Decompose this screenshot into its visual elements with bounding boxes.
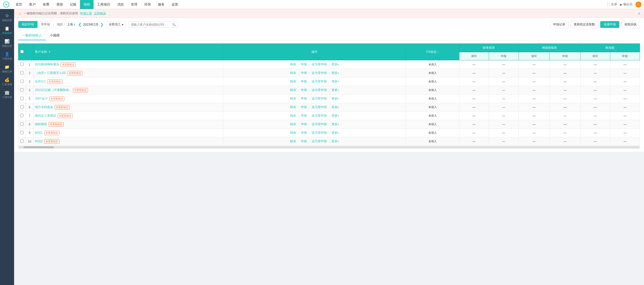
op-declare[interactable]: 申报 (300, 71, 308, 75)
sidebar-item-tax-settings[interactable]: ⚙ 报税设置 (0, 11, 14, 24)
op-declare[interactable]: 申报 (300, 130, 308, 135)
op-tax-form[interactable]: 税表 (289, 62, 297, 67)
op-more[interactable]: 更多▾ (331, 105, 340, 110)
op-tax-form[interactable]: 税表 (289, 139, 297, 144)
customer-name[interactable]: 科目2 (35, 139, 43, 144)
period-prev-button[interactable]: ❮ (78, 22, 82, 27)
customer-name[interactable]: 2013日记账（不要删除啥... (35, 88, 71, 92)
ca-status-sort-icon[interactable]: ○ (437, 51, 439, 53)
info-icon[interactable]: ℹ (74, 23, 75, 26)
op-tax-form[interactable]: 税表 (289, 96, 297, 101)
op-declare[interactable]: 申报 (300, 113, 308, 118)
nav-item-business[interactable]: 工商项目 (94, 0, 114, 9)
sidebar-item-batch-tax[interactable]: 📋 批量报税 (0, 24, 14, 37)
row-checkbox[interactable] (20, 71, 24, 74)
customer-name[interactable]: 杨仙女工资测试 (35, 114, 56, 118)
op-more[interactable]: 更多▾ (331, 96, 340, 101)
member-button[interactable]: ▶ 畅会员 (620, 2, 632, 7)
op-more[interactable]: 更多▾ (331, 113, 340, 118)
op-declare[interactable]: 申报 (300, 139, 308, 144)
declare-record-button[interactable]: 申报记录 (550, 21, 569, 28)
row-checkbox[interactable] (20, 139, 24, 143)
row-checkbox[interactable] (20, 63, 24, 66)
nav-item-tax[interactable]: 报税 (80, 0, 94, 9)
sub-tab-general[interactable]: 一般的纳税人 (18, 31, 46, 40)
batch-declare-button[interactable]: 批量申报 (600, 21, 619, 28)
staff-select[interactable]: 全部员工 ▾ (106, 21, 126, 28)
nav-item-home[interactable]: 首页 (12, 0, 26, 9)
op-zero-declare[interactable]: 设为零申报 (311, 105, 328, 110)
op-zero-declare[interactable]: 设为零申报 (311, 130, 328, 135)
op-declare[interactable]: 申报 (300, 88, 308, 92)
sub-tab-small-scale[interactable]: 小规模 (46, 31, 64, 40)
op-zero-declare[interactable]: 设为零申报 (311, 122, 328, 127)
op-tax-form[interactable]: 税表 (289, 79, 297, 84)
tab-tax-declare[interactable]: 税款申报 (18, 21, 37, 28)
search-icon[interactable]: 🔍 (172, 23, 176, 26)
nav-item-customer[interactable]: 客户 (26, 0, 39, 9)
customer-name[interactable]: 2007会计 (35, 97, 48, 101)
customer-name[interactable]: 科目1 (35, 131, 43, 135)
nav-item-invoice[interactable]: 票据 (53, 0, 66, 9)
op-tax-form[interactable]: 税表 (289, 88, 297, 92)
op-zero-declare[interactable]: 设为零申报 (311, 79, 328, 84)
scroll-thumb[interactable] (24, 146, 54, 148)
nav-item-service[interactable]: 服务 (154, 0, 168, 9)
collect-back-button[interactable]: 收取回执 (621, 21, 640, 28)
op-more[interactable]: 更多▾ (331, 62, 340, 67)
op-tax-form[interactable]: 税表 (289, 113, 297, 118)
row-checkbox[interactable] (20, 114, 24, 117)
op-zero-declare[interactable]: 设为零申报 (311, 113, 328, 118)
row-checkbox[interactable] (20, 88, 24, 91)
sidebar-item-tax-overview[interactable]: 📊 报税总览 (0, 37, 14, 50)
customer-name[interactable]: 辅助期初 (35, 122, 47, 126)
op-declare[interactable]: 申报 (300, 122, 308, 127)
op-more[interactable]: 更多▾ (331, 71, 340, 75)
fullscreen-button[interactable]: ⛶ 全屏 (607, 2, 617, 7)
op-tax-form[interactable]: 税表 (289, 130, 297, 135)
op-more[interactable]: 更多▾ (331, 139, 340, 144)
banner-close-button[interactable]: ✕ (638, 12, 641, 16)
nav-item-message[interactable]: 消息 (114, 0, 127, 9)
op-declare[interactable]: 申报 (300, 62, 308, 67)
row-checkbox[interactable] (20, 105, 24, 109)
banner-link-declare[interactable]: 申报汇签 (80, 11, 92, 16)
op-zero-declare[interactable]: 设为零申报 (311, 139, 328, 144)
customer-name[interactable]: 合作社1 (35, 79, 46, 84)
sidebar-item-personal-tax[interactable]: 👤 个税申报 (0, 50, 14, 62)
row-checkbox[interactable] (20, 131, 24, 134)
sidebar-item-settlement[interactable]: 💰 汇算清缴 (0, 75, 14, 88)
scroll-track[interactable] (19, 146, 639, 148)
scroll-bar-area[interactable] (18, 146, 640, 149)
nav-item-manage[interactable]: 管理 (127, 0, 141, 9)
op-tax-form[interactable]: 税表 (289, 71, 297, 75)
tab-zero-declare[interactable]: 零申报 (37, 21, 54, 28)
nav-item-accounting[interactable]: 记账 (66, 0, 80, 9)
op-more[interactable]: 更多▾ (331, 79, 340, 84)
sidebar-item-tax-records[interactable]: 📁 报税记录 (0, 62, 14, 75)
op-more[interactable]: 更多▾ (331, 122, 340, 127)
search-input[interactable] (131, 23, 171, 26)
op-declare[interactable]: 申报 (300, 96, 308, 101)
customer-name[interactable]: 勿勾新税网络通信 (35, 62, 59, 67)
nav-item-settings[interactable]: 设置 (168, 0, 182, 9)
op-tax-form[interactable]: 税表 (289, 122, 297, 127)
banner-link-buy[interactable]: 立即购买 (94, 11, 106, 16)
nav-item-fee[interactable]: 收费 (39, 0, 53, 9)
sort-icon[interactable]: ▼ (48, 51, 51, 53)
nav-item-operation[interactable]: 经营 (141, 0, 154, 9)
op-tax-form[interactable]: 税表 (289, 105, 297, 110)
op-zero-declare[interactable]: 设为零申报 (311, 88, 328, 92)
customer-name[interactable]: 地方水利基金 (35, 105, 53, 109)
row-checkbox[interactable] (20, 122, 24, 126)
period-next-button[interactable]: ❯ (100, 22, 103, 27)
op-declare[interactable]: 申报 (300, 79, 308, 84)
sidebar-item-annual-report[interactable]: 🏢 工商年报 (0, 88, 14, 101)
row-checkbox[interactable] (20, 80, 24, 83)
customer-name[interactable]: （勿弃）江西股宝-LSS (35, 71, 66, 75)
op-more[interactable]: 更多▾ (331, 88, 340, 92)
op-declare[interactable]: 申报 (300, 105, 308, 110)
user-avatar[interactable]: C (635, 2, 641, 8)
row-checkbox[interactable] (20, 97, 24, 100)
op-zero-declare[interactable]: 设为零申报 (311, 71, 328, 75)
